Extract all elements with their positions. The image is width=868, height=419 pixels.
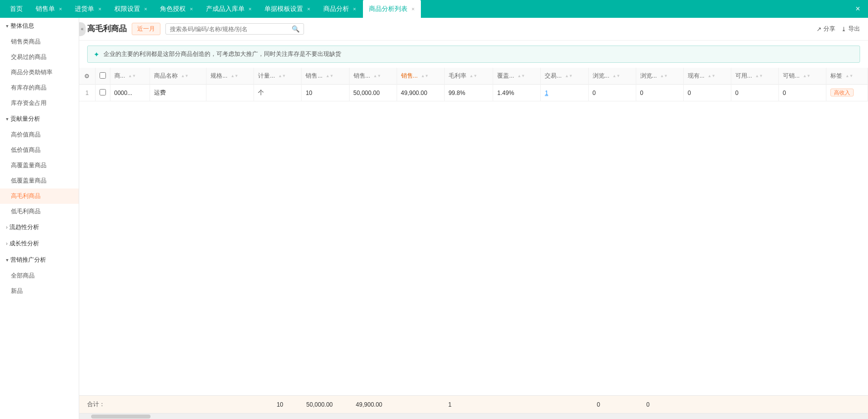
footer-sales-qty: 10 <box>254 401 283 408</box>
row-spec <box>206 85 254 101</box>
table-container[interactable]: ⚙ 商... ▲▼ 商品名称 ▲▼ 规格... <box>79 68 868 395</box>
sidebar-item-traded-goods[interactable]: 交易过的商品 <box>0 49 79 65</box>
nav-sales-order[interactable]: 销售单 × <box>30 0 68 18</box>
sidebar-item-sales-goods[interactable]: 销售类商品 <box>0 34 79 49</box>
col-sales-qty: 销售... ▲▼ <box>302 68 349 85</box>
sort-gross-margin[interactable]: ▲▼ <box>469 74 477 78</box>
sidebar-group-growth[interactable]: › 成长性分析 <box>0 235 79 252</box>
sidebar-item-high-margin[interactable]: 高毛利商品 <box>0 188 79 204</box>
scroll-thumb[interactable] <box>91 415 151 419</box>
close-product-analysis-list[interactable]: × <box>411 6 414 12</box>
sort-browse1[interactable]: ▲▼ <box>613 74 620 78</box>
col-coverage: 覆盖... ▲▼ <box>493 68 541 85</box>
sort-name[interactable]: ▲▼ <box>181 74 189 78</box>
arrow-growth: › <box>6 241 7 246</box>
nav-product-analysis[interactable]: 商品分析 × <box>317 0 362 18</box>
arrow-contribution: ▾ <box>6 116 8 122</box>
col-tag: 标签 ▲▼ <box>826 68 868 85</box>
sidebar-item-stock-capital[interactable]: 库存资金占用 <box>0 95 79 111</box>
info-banner: ✦ 企业的主要的利润都是这部分商品创造的，可考虑加大推广，同时关注库存是不要出现… <box>87 46 860 63</box>
header-actions: ↗ 分享 ⤓ 导出 <box>817 25 860 33</box>
row-name: 运费 <box>150 85 206 101</box>
nav-purchase-order[interactable]: 进货单 × <box>69 0 107 18</box>
sidebar-group-overall[interactable]: ▾ 整体信息 <box>0 18 79 34</box>
main-layout: ▾ 整体信息 销售类商品 交易过的商品 商品分类助销率 有库存的商品 库存资金占… <box>0 18 868 419</box>
sidebar-item-low-value[interactable]: 低价值商品 <box>0 142 79 158</box>
select-all-checkbox[interactable] <box>100 72 106 79</box>
content-area: « 高毛利商品 近一月 🔍 ↗ 分享 ⤓ 导出 ✦ 企业的主要的利润都是这部 <box>79 18 868 419</box>
row-browse1: 0 <box>588 85 636 101</box>
row-sales-amount: 50,000.00 <box>349 85 397 101</box>
sort-sales-profit[interactable]: ▲▼ <box>421 74 429 78</box>
sort-coverage[interactable]: ▲▼ <box>517 74 525 78</box>
row-trade-link[interactable]: 1 <box>545 90 548 96</box>
top-navigation: 首页 销售单 × 进货单 × 权限设置 × 角色授权 × 产成品入库单 × 单据… <box>0 0 868 18</box>
page-title: 高毛利商品 <box>87 24 127 34</box>
table-header-row: ⚙ 商... ▲▼ 商品名称 ▲▼ 规格... <box>79 68 868 85</box>
footer-sales-profit: 49,900.00 <box>353 401 382 408</box>
close-sales-order[interactable]: × <box>59 6 62 12</box>
col-spec: 规格... ▲▼ <box>206 68 254 85</box>
search-icon[interactable]: 🔍 <box>292 25 300 33</box>
sidebar-collapse-button[interactable]: « <box>79 22 86 36</box>
close-role-auth[interactable]: × <box>190 6 193 12</box>
horizontal-scrollbar[interactable] <box>79 413 868 419</box>
sort-trade[interactable]: ▲▼ <box>565 74 573 78</box>
sidebar-item-stocked-goods[interactable]: 有库存的商品 <box>0 80 79 95</box>
sidebar-item-low-coverage[interactable]: 低覆盖量商品 <box>0 173 79 188</box>
sort-spec[interactable]: ▲▼ <box>231 74 239 78</box>
nav-home[interactable]: 首页 <box>4 0 29 18</box>
sidebar-item-new-goods[interactable]: 新品 <box>0 283 79 299</box>
sort-current-stock[interactable]: ▲▼ <box>708 74 715 78</box>
row-available-stock: 0 <box>731 85 778 101</box>
col-current-stock: 现有... ▲▼ <box>683 68 731 85</box>
nav-product-inbound[interactable]: 产成品入库单 × <box>200 0 257 18</box>
info-icon: ✦ <box>94 50 100 58</box>
sort-sales-amount[interactable]: ▲▼ <box>373 74 381 78</box>
sort-code[interactable]: ▲▼ <box>128 74 136 78</box>
sidebar-item-all-goods[interactable]: 全部商品 <box>0 268 79 283</box>
row-checkbox[interactable] <box>100 89 106 95</box>
filter-recent-month-button[interactable]: 近一月 <box>132 23 160 35</box>
sidebar-item-category-rate[interactable]: 商品分类助销率 <box>0 65 79 80</box>
share-button[interactable]: ↗ 分享 <box>817 25 835 33</box>
sort-unit[interactable]: ▲▼ <box>278 74 286 78</box>
close-product-inbound[interactable]: × <box>249 6 252 12</box>
row-num: 1 <box>79 85 95 101</box>
nav-product-analysis-list[interactable]: 商品分析列表 × <box>363 0 420 18</box>
close-permission[interactable]: × <box>144 6 147 12</box>
footer-sales-amount: 50,000.00 <box>303 401 333 408</box>
data-table: ⚙ 商... ▲▼ 商品名称 ▲▼ 规格... <box>79 68 868 101</box>
close-purchase-order[interactable]: × <box>98 6 101 12</box>
nav-role-auth[interactable]: 角色授权 × <box>154 0 199 18</box>
col-available-stock: 可用... ▲▼ <box>731 68 778 85</box>
col-settings[interactable]: ⚙ <box>79 68 95 85</box>
sidebar-group-marketing[interactable]: ▾ 营销推广分析 <box>0 252 79 268</box>
close-all-button[interactable]: × <box>852 4 864 13</box>
sidebar-item-high-value[interactable]: 高价值商品 <box>0 127 79 142</box>
sidebar-group-contribution[interactable]: ▾ 贡献量分析 <box>0 111 79 127</box>
sort-available-stock[interactable]: ▲▼ <box>755 74 763 78</box>
col-code: 商... ▲▼ <box>110 68 150 85</box>
col-browse1: 浏览... ▲▼ <box>588 68 636 85</box>
footer-trade: 1 <box>422 401 452 408</box>
close-template[interactable]: × <box>307 6 310 12</box>
search-input[interactable] <box>170 26 290 33</box>
sort-sales-qty[interactable]: ▲▼ <box>326 74 334 78</box>
sort-sellable[interactable]: ▲▼ <box>803 74 811 78</box>
nav-template-settings[interactable]: 单据模板设置 × <box>258 0 316 18</box>
table-row: 1 0000... 运费 个 10 50,000.00 49,900.00 99… <box>79 85 868 101</box>
col-unit: 计量... ▲▼ <box>254 68 302 85</box>
sidebar-item-high-coverage[interactable]: 高覆盖量商品 <box>0 158 79 173</box>
sort-browse2[interactable]: ▲▼ <box>660 74 668 78</box>
export-button[interactable]: ⤓ 导出 <box>841 25 860 33</box>
col-sellable: 可销... ▲▼ <box>778 68 826 85</box>
row-tag: 高收入 <box>826 85 868 101</box>
sidebar-group-trend[interactable]: › 流趋性分析 <box>0 219 79 235</box>
nav-permission-settings[interactable]: 权限设置 × <box>108 0 153 18</box>
close-product-analysis[interactable]: × <box>353 6 356 12</box>
row-tag-badge: 高收入 <box>830 89 854 96</box>
sidebar-item-low-margin[interactable]: 低毛利商品 <box>0 204 79 219</box>
sort-tag[interactable]: ▲▼ <box>845 74 853 78</box>
row-code: 0000... <box>110 85 150 101</box>
